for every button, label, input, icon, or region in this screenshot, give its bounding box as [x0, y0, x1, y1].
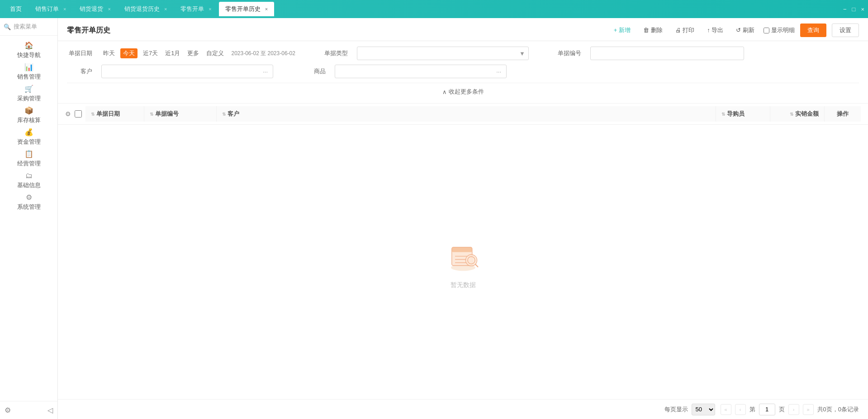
display-toggle[interactable]: 显示明细 [764, 26, 795, 34]
th-num-label: 单据编号 [155, 110, 179, 118]
sidebar-item-basic-info-label: 基础信息 [17, 181, 41, 189]
sidebar-item-basic-info[interactable]: 🗂 基础信息 [0, 169, 57, 191]
tab-sales-return-history-close[interactable]: × [164, 6, 167, 12]
page-of-label: 第 [749, 405, 755, 414]
date-option-last7[interactable]: 近7天 [141, 48, 160, 58]
last-page-button[interactable]: » [803, 404, 814, 415]
display-toggle-label: 显示明细 [771, 26, 795, 34]
query-button[interactable]: 查询 [800, 24, 826, 37]
page-label: 页 [779, 405, 785, 414]
tab-bar: 首页 销售订单 × 销货退货 × 销货退货历史 × 零售开单 × 零售开单历史 … [4, 2, 843, 16]
goods-dots-button[interactable]: ··· [493, 68, 505, 75]
settings-button[interactable]: 设置 [832, 24, 859, 37]
tab-sales-return[interactable]: 销货退货 × [73, 2, 117, 16]
th-amount-sort-icon[interactable]: ⇅ [790, 112, 793, 117]
sidebar-item-inventory-label: 库存核算 [17, 116, 41, 124]
page-number-input[interactable] [759, 404, 775, 415]
tab-sales-return-close[interactable]: × [108, 6, 110, 12]
display-toggle-checkbox[interactable] [764, 28, 769, 33]
collapse-more-button[interactable]: ∧ 收起更多条件 [67, 86, 859, 98]
doc-num-label: 单据编号 [556, 49, 581, 57]
window-controls: − □ × [843, 6, 864, 13]
date-option-today[interactable]: 今天 [120, 48, 138, 58]
sidebar-item-system-mgmt[interactable]: ⚙ 系统管理 [0, 191, 57, 213]
doc-num-input[interactable] [590, 47, 744, 60]
sidebar-collapse-button[interactable]: ◁ [47, 406, 53, 414]
collapse-arrow-icon: ∧ [442, 89, 447, 95]
th-num: ⇅ 单据编号 [144, 106, 217, 122]
operations-icon: 📋 [24, 150, 33, 158]
svg-rect-2 [451, 247, 472, 252]
basic-info-icon: 🗂 [25, 172, 33, 180]
doc-type-select[interactable] [357, 47, 529, 60]
prev-page-button[interactable]: ‹ [735, 404, 746, 415]
sidebar-item-operations-label: 经营管理 [17, 160, 41, 168]
pagination: 每页显示 20 50 100 200 « ‹ 第 页 › » 共0页，0条记录 [58, 399, 868, 419]
tab-sales-order-close[interactable]: × [63, 6, 66, 12]
next-page-button[interactable]: › [788, 404, 799, 415]
main-layout: 🔍 搜索菜单 🏠 快捷导航 📊 销售管理 🛒 采购管理 📦 库存核算 [0, 18, 868, 419]
minimize-button[interactable]: − [843, 6, 847, 13]
table-area: ⚙ ⇅ 单据日期 ⇅ 单据编号 ⇅ 客户 [58, 104, 868, 419]
finance-icon: 💰 [24, 128, 33, 137]
th-client-sort-icon[interactable]: ⇅ [222, 112, 226, 117]
tab-retail-open-history-close[interactable]: × [265, 6, 268, 12]
sidebar-item-purchase-mgmt[interactable]: 🛒 采购管理 [0, 83, 57, 104]
tab-home[interactable]: 首页 [4, 2, 28, 16]
date-option-last-month[interactable]: 近1月 [163, 48, 182, 58]
delete-button[interactable]: 🗑 删除 [640, 24, 666, 36]
print-button[interactable]: 🖨 打印 [672, 24, 698, 36]
tab-sales-order[interactable]: 销售订单 × [29, 2, 72, 16]
sidebar-bottom: ⚙ ◁ [0, 401, 57, 419]
date-option-custom[interactable]: 自定义 [204, 48, 226, 58]
date-option-more[interactable]: 更多 [185, 48, 201, 58]
refresh-button[interactable]: ↺ 刷新 [732, 24, 758, 36]
page-size-select[interactable]: 20 50 100 200 [692, 404, 715, 415]
table-header: ⇅ 单据日期 ⇅ 单据编号 ⇅ 客户 ⇅ 导购员 [85, 106, 861, 122]
goods-input[interactable] [335, 65, 507, 78]
sidebar-item-inventory[interactable]: 📦 库存核算 [0, 104, 57, 126]
date-option-yesterday[interactable]: 昨天 [101, 48, 117, 58]
sidebar-item-system-mgmt-label: 系统管理 [17, 203, 41, 211]
sidebar-item-sales-mgmt-label: 销售管理 [17, 73, 41, 81]
header-actions: + 新增 🗑 删除 🖨 打印 ↑ 导出 ↺ 刷新 显示明细 查询 设置 [610, 24, 859, 37]
date-range-display: 2023-06-02 至 2023-06-02 [231, 50, 295, 57]
client-dots-button[interactable]: ··· [259, 68, 271, 75]
empty-icon [443, 235, 484, 276]
tab-sales-return-history[interactable]: 销货退货历史 × [118, 2, 173, 16]
th-date-sort-icon[interactable]: ⇅ [91, 112, 95, 117]
sidebar-items: 🏠 快捷导航 📊 销售管理 🛒 采购管理 📦 库存核算 💰 资金管理 📋 [0, 36, 57, 401]
th-guide-sort-icon[interactable]: ⇅ [721, 112, 725, 117]
table-column-settings-icon[interactable]: ⚙ [65, 110, 71, 118]
tab-retail-open-history[interactable]: 零售开单历史 × [219, 2, 274, 16]
close-button[interactable]: × [861, 6, 864, 13]
tab-home-label: 首页 [10, 5, 22, 13]
maximize-button[interactable]: □ [852, 6, 856, 13]
client-input[interactable] [101, 65, 273, 78]
sidebar-settings-button[interactable]: ⚙ [5, 406, 11, 414]
tab-retail-open-close[interactable]: × [209, 6, 211, 12]
sidebar-item-quick-nav-label: 快捷导航 [17, 51, 41, 59]
sidebar-search[interactable]: 🔍 搜索菜单 [0, 18, 57, 36]
sidebar-item-finance[interactable]: 💰 资金管理 [0, 126, 57, 148]
sales-mgmt-icon: 📊 [24, 63, 33, 71]
table-toolbar: ⚙ ⇅ 单据日期 ⇅ 单据编号 ⇅ 客户 [58, 104, 868, 125]
tab-retail-open[interactable]: 零售开单 × [174, 2, 218, 16]
sidebar-item-finance-label: 资金管理 [17, 138, 41, 146]
goods-label: 商品 [300, 67, 326, 75]
th-num-sort-icon[interactable]: ⇅ [150, 112, 153, 117]
purchase-mgmt-icon: 🛒 [24, 85, 33, 93]
inventory-icon: 📦 [24, 106, 33, 115]
page-size-label: 每页显示 [664, 405, 688, 414]
table-select-all-checkbox[interactable] [75, 110, 82, 118]
add-button[interactable]: + 新增 [610, 24, 634, 36]
date-options: 昨天 今天 近7天 近1月 更多 自定义 2023-06-02 至 2023-0… [101, 48, 295, 58]
filter-area: 单据日期 昨天 今天 近7天 近1月 更多 自定义 2023-06-02 至 2… [58, 41, 868, 104]
sidebar-item-quick-nav[interactable]: 🏠 快捷导航 [0, 39, 57, 61]
sidebar-item-sales-mgmt[interactable]: 📊 销售管理 [0, 61, 57, 83]
th-action: 操作 [825, 106, 861, 122]
sidebar: 🔍 搜索菜单 🏠 快捷导航 📊 销售管理 🛒 采购管理 📦 库存核算 [0, 18, 58, 419]
sidebar-item-operations[interactable]: 📋 经营管理 [0, 148, 57, 169]
first-page-button[interactable]: « [721, 404, 731, 415]
export-button[interactable]: ↑ 导出 [703, 24, 727, 36]
